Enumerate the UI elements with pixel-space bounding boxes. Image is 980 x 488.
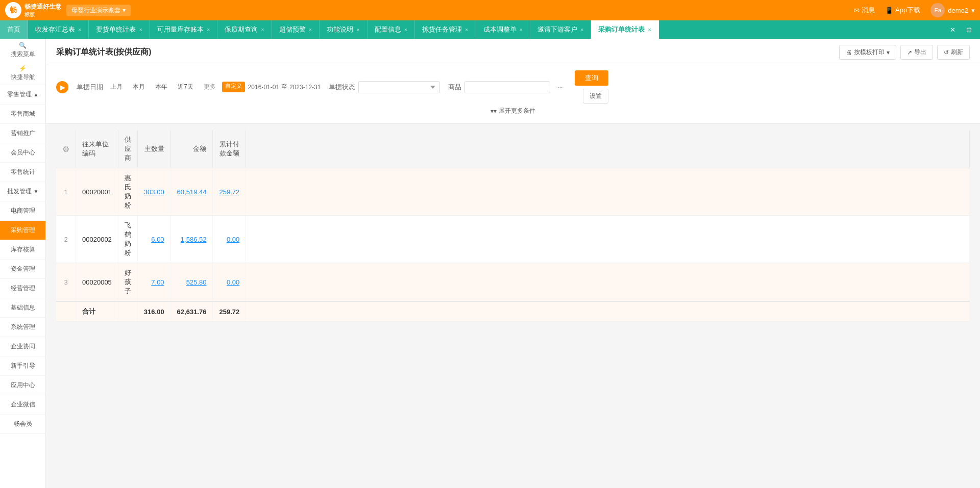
cell-amount: 60,519.44 xyxy=(170,168,213,216)
close-icon[interactable]: × xyxy=(139,27,142,33)
tab-label: 收发存汇总表 xyxy=(35,25,75,34)
close-tab-action[interactable]: ✕ xyxy=(945,22,960,37)
close-icon[interactable]: × xyxy=(648,27,651,33)
sidebar-item-member2[interactable]: 畅会员 xyxy=(0,415,45,434)
user-menu[interactable]: Ea demo2 ▾ xyxy=(930,3,975,17)
tab-label: 邀请下游客户 xyxy=(537,25,577,34)
shortcut-more[interactable]: 更多 xyxy=(200,82,220,92)
filter-area: ▶ 单据日期 上月 本月 本年 近7天 更多 自定义 2016-01-01 至 xyxy=(46,65,980,124)
tab-actions: ✕ ⊡ xyxy=(945,22,980,37)
sidebar-item-basic-info[interactable]: 基础信息 xyxy=(0,298,45,318)
sidebar-item-purchase[interactable]: 采购管理 xyxy=(0,221,45,240)
template-print-btn[interactable]: 🖨 按模板打印 ▾ xyxy=(839,45,896,60)
sidebar-item-newbie[interactable]: 新手引导 xyxy=(0,356,45,376)
cell-amount: 525.80 xyxy=(170,263,213,302)
filter-row-main: ▶ 单据日期 上月 本月 本年 近7天 更多 自定义 2016-01-01 至 xyxy=(56,70,970,104)
sidebar-item-marketing[interactable]: 营销推广 xyxy=(0,124,45,143)
sidebar-item-member[interactable]: 会员中心 xyxy=(0,143,45,163)
cell-supplier: 飞鹤奶粉 xyxy=(118,216,137,263)
sidebar-item-retail-mgmt[interactable]: 零售管理 ▲ xyxy=(0,85,45,105)
goods-input[interactable] xyxy=(464,81,550,93)
tab-peizhixinxi[interactable]: 配置信息 × xyxy=(368,20,415,39)
tab-yaoqing[interactable]: 邀请下游客户 × xyxy=(530,20,591,39)
footer-empty3 xyxy=(246,301,970,322)
chevron-icon: ▲ xyxy=(34,92,39,97)
sidebar-item-finance[interactable]: 资金管理 xyxy=(0,260,45,279)
shortcut-this-year[interactable]: 本年 xyxy=(151,82,172,92)
sidebar-item-retail-stats[interactable]: 零售统计 xyxy=(0,163,45,182)
table-header-row: ⚙ 往来单位编码 供应商 主数量 金额 累计付款金额 xyxy=(56,130,970,168)
col-qty: 主数量 xyxy=(137,130,170,168)
tab-gongneng[interactable]: 功能说明 × xyxy=(320,20,367,39)
cell-code: 00020005 xyxy=(76,263,118,302)
sidebar-item-enterprise[interactable]: 企业协同 xyxy=(0,337,45,356)
tab-chengben[interactable]: 成本调整单 × xyxy=(476,20,530,39)
expand-conditions-btn[interactable]: ▾▾ 展开更多条件 xyxy=(491,107,535,115)
tab-home[interactable]: 首页 xyxy=(0,20,28,39)
refresh-btn[interactable]: ↺ 刷新 xyxy=(937,45,970,60)
close-icon[interactable]: × xyxy=(520,27,523,33)
tab-caigou-active[interactable]: 采购订单统计表 × xyxy=(591,20,658,39)
tab-yaohuo[interactable]: 要货单统计表 × xyxy=(89,20,150,39)
data-table: ⚙ 往来单位编码 供应商 主数量 金额 累计付款金额 1 00020001 惠氏… xyxy=(56,130,970,322)
app-download-btn[interactable]: 📱 App下载 xyxy=(885,6,920,15)
tab-jianhuo[interactable]: 拣货任务管理 × xyxy=(415,20,476,39)
tab-keyongliang[interactable]: 可用量库存账本 × xyxy=(150,20,217,39)
sidebar-item-app-center[interactable]: 应用中心 xyxy=(0,376,45,395)
workspace-selector[interactable]: 母婴行业演示账套 ▾ xyxy=(66,5,131,16)
sidebar-item-operations[interactable]: 经营管理 xyxy=(0,279,45,298)
settings-btn[interactable]: 设置 xyxy=(583,89,608,104)
close-icon[interactable]: × xyxy=(207,27,210,33)
sidebar-item-inventory[interactable]: 库存核算 xyxy=(0,240,45,260)
chevron-icon: ▼ xyxy=(34,189,39,194)
goods-label: 商品 xyxy=(448,83,461,92)
messages-btn[interactable]: ✉ 消息 xyxy=(854,6,875,15)
tab-chaochu[interactable]: 超储预警 × xyxy=(272,20,320,39)
sidebar-item-retail-mall[interactable]: 零售商城 xyxy=(0,105,45,124)
sidebar-item-ecommerce[interactable]: 电商管理 xyxy=(0,201,45,221)
shortcut-7days[interactable]: 近7天 xyxy=(174,82,198,92)
sidebar-item-system[interactable]: 系统管理 xyxy=(0,318,45,337)
brand-subtitle: 标版 xyxy=(24,11,61,18)
close-icon[interactable]: × xyxy=(261,27,264,33)
tab-label: 保质期查询 xyxy=(225,25,258,34)
more-filter-btn[interactable]: ··· xyxy=(553,82,567,93)
tab-shoufacun[interactable]: 收发存汇总表 × xyxy=(28,20,89,39)
close-icon[interactable]: × xyxy=(78,27,81,33)
cell-empty xyxy=(246,216,970,263)
close-icon[interactable]: × xyxy=(404,27,407,33)
date-filter-group: 单据日期 上月 本月 本年 近7天 更多 自定义 2016-01-01 至 20… xyxy=(77,82,321,92)
close-icon[interactable]: × xyxy=(309,27,312,33)
expand-row: ▾▾ 展开更多条件 xyxy=(56,104,970,118)
search-menu-btn[interactable]: 🔍 搜索菜单 xyxy=(0,39,45,62)
column-settings-icon[interactable]: ⚙ xyxy=(62,145,69,153)
close-icon[interactable]: × xyxy=(465,27,468,33)
cell-empty xyxy=(246,168,970,216)
status-select[interactable] xyxy=(358,81,440,93)
cell-qty: 6.00 xyxy=(137,216,170,263)
export-btn[interactable]: ↗ 导出 xyxy=(900,45,933,60)
cell-supplier: 惠氏奶粉 xyxy=(118,168,137,216)
close-icon[interactable]: × xyxy=(356,27,359,33)
sidebar-item-wechat[interactable]: 企业微信 xyxy=(0,395,45,415)
sidebar: 🔍 搜索菜单 ⚡ 快捷导航 零售管理 ▲ 零售商城 营销推广 会员中心 零售统计… xyxy=(0,39,46,488)
maximize-tab-action[interactable]: ⊡ xyxy=(962,22,976,37)
query-btn[interactable]: 查询 xyxy=(575,70,608,86)
sidebar-item-wholesale[interactable]: 批发管理 ▼ xyxy=(0,182,45,201)
footer-amount: 62,631.76 xyxy=(170,301,213,322)
toggle-filter-btn[interactable]: ▶ xyxy=(56,81,68,93)
shortcut-this-month[interactable]: 本月 xyxy=(129,82,149,92)
shortcut-last-month[interactable]: 上月 xyxy=(106,82,127,92)
close-icon[interactable]: × xyxy=(580,27,583,33)
cell-qty: 303.00 xyxy=(137,168,170,216)
table-row: 2 00020002 飞鹤奶粉 6.00 1,586.52 0.00 xyxy=(56,216,970,263)
table-container: ⚙ 往来单位编码 供应商 主数量 金额 累计付款金额 1 00020001 惠氏… xyxy=(46,124,980,488)
chevron-down-icon: ▾▾ xyxy=(491,108,497,115)
col-empty xyxy=(246,130,970,168)
quick-nav-btn[interactable]: ⚡ 快捷导航 xyxy=(0,62,45,85)
refresh-icon: ↺ xyxy=(944,49,949,56)
tab-label: 超储预警 xyxy=(279,25,306,34)
cell-qty: 7.00 xyxy=(137,263,170,302)
footer-empty1 xyxy=(56,301,76,322)
tab-baozhi[interactable]: 保质期查询 × xyxy=(217,20,272,39)
